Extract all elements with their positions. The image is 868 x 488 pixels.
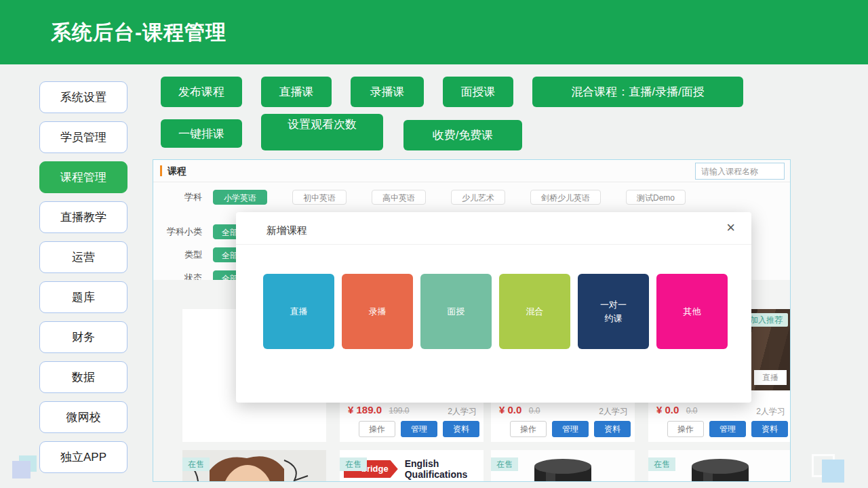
course-price: ¥ 189.0: [348, 404, 382, 415]
cambridge-logo-text: English Qualifications: [405, 458, 484, 480]
manage-button[interactable]: 管理: [552, 421, 589, 437]
course-price: ¥ 0.0: [499, 404, 521, 415]
quick-actions-row1: 发布课程 直播课 录播课 面授课 混合课程：直播/录播/面授: [161, 77, 743, 107]
sidebar-item-operations[interactable]: 运营: [39, 241, 127, 273]
course-type-offline[interactable]: 面授: [420, 274, 492, 349]
sidebar-item-finance[interactable]: 财务: [39, 321, 127, 353]
material-button[interactable]: 资料: [751, 421, 788, 437]
course-thumbnail: 在售: [648, 450, 791, 482]
course-card-5[interactable]: bridge English Qualifications 在售: [340, 450, 484, 482]
course-price: ¥ 0.0: [656, 404, 679, 415]
students-count: 2人学习: [448, 406, 477, 418]
course-card-6[interactable]: 在售: [491, 450, 635, 482]
recorded-course-button[interactable]: 录播课: [351, 77, 424, 107]
course-card-4[interactable]: 在售: [182, 450, 326, 482]
sidebar-item-standalone-app[interactable]: 独立APP: [39, 441, 127, 473]
sidebar-item-data[interactable]: 数据: [39, 361, 127, 393]
paid-free-course-button[interactable]: 收费/免费课: [403, 120, 522, 150]
sidebar-item-course-management[interactable]: 课程管理: [39, 161, 127, 193]
sidebar-item-micro-school[interactable]: 微网校: [39, 401, 127, 433]
decoration-square-left-lavender: [12, 461, 31, 479]
sidebar-item-system-settings[interactable]: 系统设置: [39, 81, 127, 113]
students-count: 2人学习: [599, 406, 628, 418]
manage-button[interactable]: 管理: [401, 421, 437, 437]
filter-row-subcategory: 学科小类 全部: [153, 224, 247, 239]
course-thumbnail: 在售: [491, 450, 635, 482]
manage-button[interactable]: 管理: [709, 421, 746, 437]
material-button[interactable]: 资料: [443, 421, 479, 437]
course-thumbnail: 在售: [182, 450, 326, 482]
sidebar: 系统设置 学员管理 课程管理 直播教学 运营 题库 财务 数据 微网校 独立AP…: [39, 81, 127, 473]
course-type-other[interactable]: 其他: [656, 274, 728, 349]
operate-button[interactable]: 操作: [667, 421, 704, 437]
modal-title: 新增课程: [267, 224, 307, 237]
filter-row-subject: 学科 小学英语 初中英语 高中英语 少儿艺术 剑桥少儿英语 测试Demo: [153, 190, 686, 205]
filter-label-type: 类型: [153, 249, 202, 261]
filter-label-subcategory: 学科小类: [153, 226, 202, 238]
course-type-label: 录播: [369, 305, 387, 319]
onsale-badge: 在售: [182, 458, 210, 471]
price-row: ¥ 0.0 0.0 2人学习: [656, 404, 785, 418]
price-row: ¥ 0.0 0.0 2人学习: [499, 404, 628, 418]
course-search-input[interactable]: [695, 163, 785, 180]
onsale-badge: 在售: [491, 458, 518, 471]
sidebar-item-live-teaching[interactable]: 直播教学: [39, 201, 127, 233]
course-type-label: 其他: [684, 305, 701, 319]
publish-course-button[interactable]: 发布课程: [161, 77, 242, 107]
course-type-recorded[interactable]: 录播: [342, 274, 413, 349]
page-header: 系统后台-课程管理: [0, 0, 868, 64]
course-type-label: 面授: [448, 305, 465, 319]
sidebar-item-question-bank[interactable]: 题库: [39, 281, 127, 313]
offline-course-button[interactable]: 面授课: [443, 77, 513, 107]
filter-chip-primary-english[interactable]: 小学英语: [213, 190, 267, 205]
course-panel-header: 课程: [153, 160, 790, 182]
course-old-price: 199.0: [389, 406, 410, 415]
course-old-price: 0.0: [529, 406, 540, 415]
filter-row-type: 类型 全部: [153, 247, 247, 262]
mixed-course-button[interactable]: 混合课程：直播/录播/面授: [532, 77, 743, 107]
course-type-label: 混合: [526, 305, 544, 319]
course-old-price: 0.0: [686, 406, 698, 415]
live-course-button[interactable]: 直播课: [261, 77, 332, 107]
price-row: ¥ 189.0 199.0 2人学习: [348, 404, 477, 418]
course-type-mixed[interactable]: 混合: [499, 274, 570, 349]
filter-chip-cambridge-children-english[interactable]: 剑桥少儿英语: [530, 190, 601, 205]
sidebar-item-student-management[interactable]: 学员管理: [39, 121, 127, 153]
onsale-badge: 在售: [340, 458, 367, 471]
course-type-cards: 直播 录播 面授 混合 一对一 约课 其他: [263, 274, 728, 349]
course-type-one-on-one[interactable]: 一对一 约课: [578, 274, 649, 349]
filter-chip-test-demo[interactable]: 测试Demo: [626, 190, 686, 205]
onsale-badge: 在售: [648, 458, 675, 471]
operate-button[interactable]: 操作: [359, 421, 395, 437]
course-type-label: 直播: [290, 305, 308, 319]
students-count: 2人学习: [756, 406, 785, 418]
course-type-live[interactable]: 直播: [263, 274, 334, 349]
filter-chip-senior-english[interactable]: 高中英语: [372, 190, 426, 205]
one-click-schedule-button[interactable]: 一键排课: [161, 119, 242, 148]
add-course-modal: 新增课程 × 直播 录播 面授 混合 一对一 约课 其他: [236, 212, 751, 403]
filter-label-subject: 学科: [153, 191, 202, 203]
material-button[interactable]: 资料: [594, 421, 631, 437]
panel-title: 课程: [167, 165, 186, 178]
operate-button[interactable]: 操作: [510, 421, 547, 437]
course-thumbnail: bridge English Qualifications 在售: [340, 450, 484, 482]
modal-divider: [236, 244, 751, 245]
title-accent-bar: [160, 165, 162, 176]
decoration-square-right-blue: [822, 460, 844, 483]
filter-chip-junior-english[interactable]: 初中英语: [292, 190, 347, 205]
course-card-7[interactable]: 在售: [648, 450, 791, 482]
close-icon[interactable]: ×: [726, 220, 735, 235]
set-view-count-button[interactable]: 设置观看次数: [261, 114, 383, 150]
live-type-badge: 直播: [754, 370, 787, 385]
course-type-label: 一对一 约课: [600, 298, 627, 325]
page-title: 系统后台-课程管理: [51, 19, 226, 47]
filter-chip-children-art[interactable]: 少儿艺术: [451, 190, 505, 205]
